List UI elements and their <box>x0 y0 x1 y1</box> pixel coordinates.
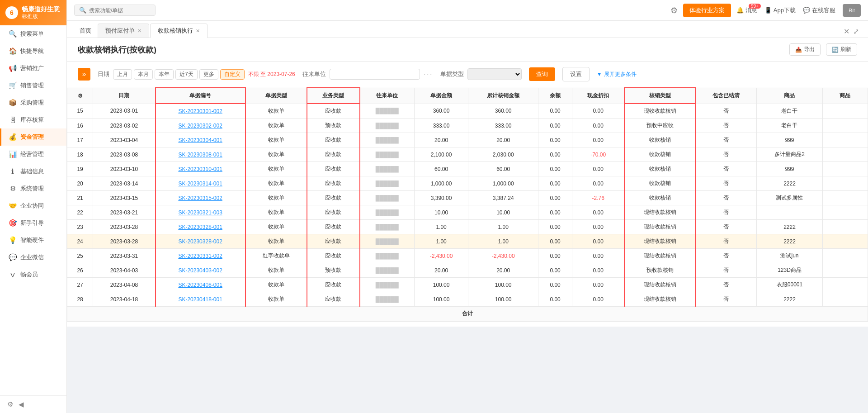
row-amount: 10.00 <box>414 205 468 220</box>
tab-close-icon[interactable]: ✕ <box>137 28 142 34</box>
sidebar-item-finance[interactable]: 💰资金管理 <box>0 128 66 146</box>
doc-no-link[interactable]: SK-20230403-002 <box>178 267 222 274</box>
row-accumulated: 333.00 <box>468 119 538 133</box>
search-input[interactable] <box>89 7 148 14</box>
app-download-btn[interactable]: 📱 App下载 <box>764 6 796 14</box>
close-all-tabs-icon[interactable]: ✕ <box>842 25 851 38</box>
row-accumulated: 20.00 <box>468 133 538 147</box>
row-amount: 2,100.00 <box>414 147 468 162</box>
query-button[interactable]: 查询 <box>529 67 555 81</box>
row-partner: ██████ <box>360 263 415 278</box>
this-year-btn[interactable]: 本年 <box>155 69 174 80</box>
sidebar-item-operations[interactable]: 📊经营管理 <box>0 146 66 163</box>
row-balance: 0.00 <box>538 162 572 176</box>
sidebar-item-sales[interactable]: 🛒销售管理 <box>0 77 66 94</box>
row-id: 27 <box>67 278 93 292</box>
sidebar-item-label: 库存核算 <box>20 116 44 124</box>
row-date: 2023-03-08 <box>93 147 156 162</box>
row-balance: 0.00 <box>538 249 572 263</box>
search-wrap[interactable]: 🔍 <box>74 5 156 16</box>
row-goods: 2222 <box>756 234 822 249</box>
refresh-icon: 🔄 <box>832 47 839 53</box>
row-date: 2023-03-14 <box>93 176 156 191</box>
row-write-off-type: 收款核销 <box>624 176 695 191</box>
doc-no-link[interactable]: SK-20230302-002 <box>178 123 222 129</box>
notification-btn[interactable]: 🔔 消息 99+ <box>736 6 757 14</box>
table-row: 22 2023-03-21 SK-20230321-003 收款单 应收款 ██… <box>67 205 868 220</box>
row-balance: 0.00 <box>538 263 572 278</box>
doc-no-link[interactable]: SK-20230321-003 <box>178 209 222 216</box>
tab-home[interactable]: 首页 <box>74 24 97 38</box>
finance-icon: 💰 <box>9 133 17 141</box>
doc-no-link[interactable]: SK-20230328-002 <box>178 238 222 245</box>
tab-close-icon[interactable]: ✕ <box>196 28 200 34</box>
last-7-days-btn[interactable]: 近7天 <box>175 69 198 80</box>
sidebar-item-inventory[interactable]: 🗄库存核算 <box>0 111 66 128</box>
sidebar-item-enterprise[interactable]: 🤝企业协同 <box>0 197 66 214</box>
row-write-off-type: 预收款核销 <box>624 263 695 278</box>
doc-no-link[interactable]: SK-20230314-001 <box>178 180 222 187</box>
row-id: 21 <box>67 191 93 205</box>
row-balance: 0.00 <box>538 205 572 220</box>
tab-prepay[interactable]: 预付应付单✕ <box>98 24 149 38</box>
doc-no-link[interactable]: SK-20230418-001 <box>178 296 222 303</box>
sidebar-item-search[interactable]: 🔍搜索菜单 <box>0 25 66 43</box>
doc-no-link[interactable]: SK-20230315-002 <box>178 195 222 201</box>
collapse-icon[interactable]: ◀ <box>19 400 24 408</box>
tab-collection[interactable]: 收款核销执行✕ <box>150 24 208 38</box>
row-amount: 1,000.00 <box>414 176 468 191</box>
online-service-btn[interactable]: 💬 在线客服 <box>803 6 835 14</box>
sidebar-item-member[interactable]: V畅会员 <box>0 266 66 283</box>
more-btn[interactable]: 更多 <box>199 69 218 80</box>
sidebar-item-system[interactable]: ⚙系统管理 <box>0 180 66 197</box>
sidebar-item-purchase[interactable]: 📦采购管理 <box>0 94 66 111</box>
row-accumulated: 2,030.00 <box>468 147 538 162</box>
setting-button[interactable]: 设置 <box>562 67 590 81</box>
row-balance: 0.00 <box>538 278 572 292</box>
partner-input[interactable] <box>330 69 420 80</box>
doc-no-link[interactable]: SK-20230328-001 <box>178 224 222 230</box>
search-icon: 🔍 <box>79 7 86 14</box>
doc-no-link[interactable]: SK-20230310-001 <box>178 166 222 172</box>
doc-no-link[interactable]: SK-20230308-001 <box>178 152 222 158</box>
doc-no-link[interactable]: SK-20230331-002 <box>178 253 222 259</box>
last-month-btn[interactable]: 上月 <box>113 69 132 80</box>
gear-icon[interactable]: ⚙ <box>670 5 678 15</box>
row-goods2 <box>822 249 868 263</box>
sidebar-item-guide[interactable]: 🎯新手引导 <box>0 214 66 232</box>
sidebar-item-basic[interactable]: ℹ基础信息 <box>0 163 66 180</box>
th-gear[interactable]: ⚙ <box>67 88 93 104</box>
sidebar-item-label: 销售管理 <box>20 81 44 90</box>
settings-icon[interactable]: ⚙ <box>7 400 13 408</box>
doc-no-link[interactable]: SK-20230408-001 <box>178 282 222 288</box>
doc-no-link[interactable]: SK-20230301-002 <box>178 108 222 114</box>
row-balance: 0.00 <box>538 147 572 162</box>
doc-type-select[interactable]: 收款单 红字收款单 <box>467 68 522 80</box>
row-amount: 333.00 <box>414 119 468 133</box>
sidebar-item-hardware[interactable]: 💡智能硬件 <box>0 232 66 249</box>
row-date: 2023-03-28 <box>93 234 156 249</box>
solution-button[interactable]: 体验行业方案 <box>683 4 731 17</box>
this-month-btn[interactable]: 本月 <box>134 69 153 80</box>
row-goods2 <box>822 176 868 191</box>
doc-no-link[interactable]: SK-20230304-001 <box>178 137 222 143</box>
row-discount: 0.00 <box>572 278 625 292</box>
export-button[interactable]: 📤 导出 <box>789 43 821 56</box>
row-goods: 2222 <box>756 220 822 234</box>
refresh-button[interactable]: 🔄 刷新 <box>826 43 857 56</box>
row-partner: ██████ <box>360 104 415 119</box>
sidebar-item-shortcut[interactable]: 🏠快捷导航 <box>0 43 66 60</box>
custom-date-btn[interactable]: 自定义 <box>220 69 245 80</box>
expand-tabs-icon[interactable]: ⤢ <box>851 25 861 38</box>
row-write-off-type: 现结收款核销 <box>624 234 695 249</box>
filter-toggle-button[interactable]: » <box>78 68 90 81</box>
topbar-right: 🔔 消息 99+ 📱 App下载 💬 在线客服 Rit <box>736 4 861 17</box>
row-write-off-type: 收款核销 <box>624 191 695 205</box>
avatar[interactable]: Rit <box>843 4 861 17</box>
filter-dots: ··· <box>424 70 433 79</box>
sidebar-item-marketing[interactable]: 📢营销推广 <box>0 60 66 77</box>
th-balance: 余额 <box>538 88 572 104</box>
row-doc-no: SK-20230331-002 <box>156 249 245 263</box>
expand-filter-btn[interactable]: ▼ 展开更多条件 <box>597 71 637 78</box>
sidebar-item-wechat[interactable]: 💬企业微信 <box>0 249 66 266</box>
